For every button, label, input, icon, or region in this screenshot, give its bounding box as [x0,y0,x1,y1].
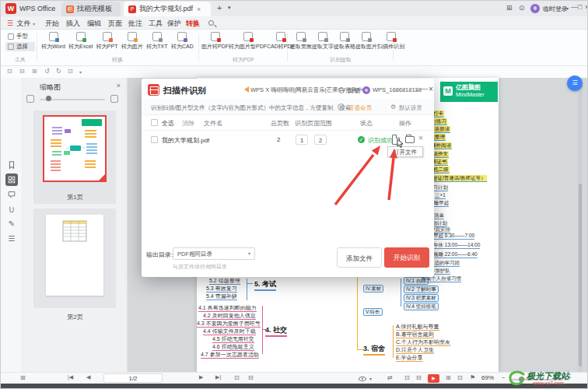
prev-page-button[interactable]: ◀ [86,374,90,380]
panel-toggle-icon[interactable]: ⊞ [20,374,26,381]
save-icon[interactable]: ⊟ [19,68,25,75]
attachment-icon[interactable] [5,203,18,216]
dialog-minimize-button[interactable]: — [421,85,428,93]
ribbon-button[interactable]: 转为Excel [68,32,93,51]
comments-icon[interactable] [5,188,18,201]
menu-item-insert[interactable]: 插入 [66,19,80,29]
ribbon-button[interactable]: 提取文字 [312,32,334,51]
thumbnails-icon[interactable] [5,173,18,186]
close-button[interactable]: × [585,3,588,11]
ribbon-button[interactable]: 转为图片型PDF [229,32,267,51]
dialog-close-button[interactable]: × [429,85,433,93]
row-checkbox[interactable] [151,136,158,143]
select-all-label[interactable]: 全选 [162,119,174,128]
tab-pdf-document[interactable]: P 我的大学规划.pdf × [124,2,211,16]
more-caret-icon[interactable]: ▾ [79,69,82,75]
ribbon-button[interactable]: 转为图片 [121,32,143,51]
ribbon-button[interactable]: 选择 [5,42,35,51]
fullscreen-icon[interactable]: ⊡ [457,374,463,381]
menu-item-edit[interactable]: 编辑 [87,19,101,29]
page-number-input[interactable]: 1/2 [103,373,163,383]
output-dir-select[interactable]: PDF相同目录 ▾ [173,247,255,260]
menu-item-home[interactable]: 开始 [45,19,59,29]
assistant-float-button[interactable]: ☰ [567,75,583,91]
redo-icon[interactable]: ↻ [56,68,61,75]
remove-file-icon[interactable]: × [418,134,423,142]
play-fullscreen-button[interactable]: ▶ [428,374,439,383]
read-mode-eye-icon[interactable] [359,377,366,381]
ribbon-button[interactable]: 提取图片 [355,32,377,51]
maximize-button[interactable]: □ [578,3,582,11]
copy-icon[interactable]: ⊡ [68,68,73,75]
scrollbar-thumb[interactable] [579,184,582,366]
select-all-checkbox[interactable] [151,119,158,126]
folder-icon[interactable]: ⊡ [7,68,12,75]
menu-item-comment[interactable]: 批注 [128,19,142,29]
page-2-thumbnail[interactable] [46,215,103,296]
feedback-link[interactable]: 反馈 [348,86,360,95]
upgrade-member-link[interactable]: 开通会员 [348,104,372,112]
undo-icon[interactable]: ↺ [44,68,50,75]
user-account-label[interactable]: 临时登录 [543,5,568,13]
ribbon-button[interactable]: 提取页面 [290,32,312,51]
range-from-input[interactable]: 1 [296,135,308,145]
user-avatar[interactable] [530,4,540,13]
menu-item-page[interactable]: 页面 [108,19,122,29]
first-page-button[interactable]: |◀ [68,374,73,380]
print-icon[interactable]: ⊞ [32,68,37,75]
history-icon[interactable]: ⊙ [519,4,525,12]
menu-item-tools[interactable]: 工具 [149,19,163,29]
ribbon-button[interactable]: 转为CAD [171,32,194,51]
info-icon[interactable]: i [338,103,345,110]
zoom-out-button[interactable]: − [502,374,506,381]
ribbon-button[interactable]: 图片转PDF [201,32,229,51]
open-folder-icon[interactable] [405,136,415,143]
tab-docer[interactable]: 稻 找稻壳模板 [61,2,121,16]
ribbon-button[interactable]: 提取表格 [334,32,355,51]
eye-caret-icon[interactable]: ▾ [369,376,372,381]
fit-width-icon[interactable]: ⊡ [404,374,410,381]
minimize-button[interactable]: — [571,3,578,11]
ribbon-button[interactable]: 转为TXT [146,32,167,51]
new-tab-button[interactable]: + [217,3,222,12]
ribbon-button[interactable]: 转为Word [41,32,65,51]
search-icon[interactable] [208,20,214,26]
connector-line [247,279,247,300]
page-1-thumbnail[interactable] [44,117,105,180]
hand-tool-icon[interactable]: ⊡ [234,374,240,381]
menu-item-convert[interactable]: 转换 [186,19,200,29]
menu-file[interactable]: ☰ 文件 ▾ [7,19,35,29]
panel-close-icon[interactable]: × [117,82,121,89]
tab-list-caret-icon[interactable]: ▾ [228,5,231,11]
ribbon-button[interactable]: 扫描件识别 [377,32,404,51]
last-page-button[interactable]: ▶| [215,374,221,380]
range-to-input[interactable]: 2 [314,135,327,145]
document-scrollbar[interactable] [578,78,583,373]
bookmark-icon[interactable] [5,159,18,171]
account-caret-icon[interactable]: ▾ [415,87,418,93]
menu-item-protect[interactable]: 保护 [167,19,181,29]
user-caret-icon[interactable]: ▾ [566,5,569,11]
bottom-strip [1,384,588,389]
zoom-out-thumb-icon[interactable] [26,95,34,103]
select-tool-icon[interactable]: ⊟ [248,374,254,381]
add-file-button[interactable]: 添加文件 [337,247,382,268]
dialog-account-label[interactable]: WPS_1686818138 [373,86,422,93]
ribbon-button[interactable]: 手型 [5,32,35,41]
grid-view-icon[interactable]: ⊞ [446,374,451,381]
clear-label[interactable]: 清除 [182,119,194,128]
zoom-in-thumb-icon[interactable] [110,95,118,103]
bookmark-flag-icon[interactable]: ⚑ [470,374,475,381]
tab-close-icon[interactable]: × [197,5,201,13]
default-settings-link[interactable]: 默认设置 [399,104,422,112]
layers-icon[interactable]: ☰ [5,233,18,245]
single-page-icon[interactable]: ⇄ [387,374,393,381]
start-recognition-button[interactable]: 开始识别 [384,247,429,268]
layout-icon[interactable]: ⊞ [506,4,513,12]
next-page-button[interactable]: ▶ [199,374,203,380]
fit-page-icon[interactable]: ⊟ [416,374,422,381]
ribbon-button[interactable]: 转为PPT [96,32,118,51]
zoom-percent[interactable]: 69% [481,374,494,381]
thumb-size-slider-handle[interactable] [46,96,51,101]
signature-icon[interactable]: ✎ [5,218,18,230]
